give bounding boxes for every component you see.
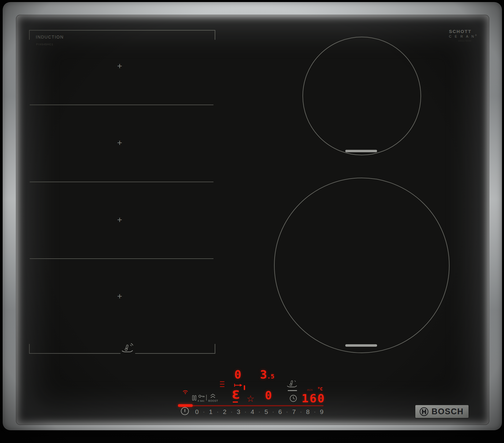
power-level-9[interactable]: 9 [320,408,324,415]
scale-separator: · [217,409,219,415]
frying-sensor-icon [286,378,298,390]
boost-label: BOOST [208,399,218,402]
pause-icon[interactable] [192,395,197,402]
bosch-wordmark: BOSCH [432,407,464,416]
pan-position-mark-small [345,150,377,152]
power-level-2[interactable]: 2 [223,408,227,415]
bosch-emblem-icon [419,407,429,416]
scale-separator: · [258,409,260,415]
wifi-icon [182,389,188,396]
cooking-sensor-icon [120,342,135,355]
bosch-logo-plate: BOSCH [415,405,469,418]
flex-zone-divider [30,258,213,259]
temp-sub-label: min [307,388,313,392]
power-level-4[interactable]: 4 [250,408,254,415]
scale-separator: · [300,409,302,415]
favorite-star-icon[interactable]: ☆ [246,394,254,403]
power-level-6[interactable]: 6 [278,408,282,415]
key-hold-label: 4 sec [198,399,205,402]
timer-clock-icon[interactable] [289,394,297,404]
pan-detect-display: Ɛ [232,389,240,401]
power-kw-dot: . [267,373,271,380]
power-slider-track[interactable] [178,405,324,406]
menu-dashes-icon [220,381,224,389]
frying-sensor-underline [288,390,297,391]
schott-serial-number: 9001176045 [458,40,471,42]
power-button[interactable] [180,407,189,417]
power-level-0[interactable]: 0 [195,408,199,415]
power-level-7[interactable]: 7 [292,408,296,415]
panel-divider [206,395,207,401]
boost-icon[interactable] [210,393,216,400]
temp-display: 160 [302,393,325,404]
pan-detect-underline [233,401,238,403]
right-zone-level-display: 0 [265,389,272,401]
flex-zone-plus-mark: + [117,140,122,146]
cooking-zone-circle-large [274,178,450,353]
flex-zone-plus-mark: + [117,293,122,299]
power-kw-frac: 5 [271,373,274,380]
temp-unit: °C [317,387,323,391]
power-level-1[interactable]: 1 [209,408,213,415]
schott-brand-line1: SCHOTT [449,29,472,34]
cooking-zone-circle-small [302,37,421,155]
flex-zone-divider [30,105,213,105]
flex-zone-plus-mark: + [117,63,122,69]
induction-label: INDUCTION [36,35,64,39]
scale-separator: · [272,409,274,415]
pan-position-mark-large [345,344,377,347]
scale-separator: · [245,409,246,415]
scale-separator: · [203,409,205,415]
schott-brand-line2: C E R A N® [449,34,478,38]
scale-separator: · [286,409,288,415]
flex-zone-plus-mark: + [117,217,122,223]
flex-zone-divider [30,182,213,182]
model-number: PIX645HC1 [36,43,54,46]
power-scale[interactable]: 0·1·2·3·4·5·6·7·8·9 [195,408,324,416]
power-level-8[interactable]: 8 [306,408,310,415]
left-zone-level-display: 0 [234,369,241,380]
scale-separator: · [231,409,232,415]
power-kw-main: 3 [260,368,267,381]
induction-hob-photo: INDUCTION PIX645HC1 + + + + SCHOTT C E R… [0,0,504,443]
power-level-3[interactable]: 3 [237,408,240,415]
registered-mark: ® [475,34,478,36]
power-kw-display: 3.5 [260,369,274,380]
scale-separator: · [314,409,316,415]
power-level-5[interactable]: 5 [265,408,268,415]
